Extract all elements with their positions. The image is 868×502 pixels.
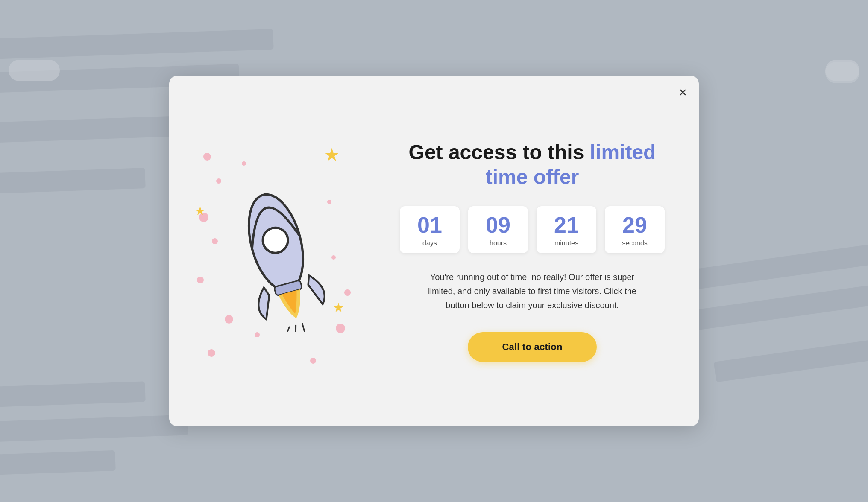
- rocket-container: ★ ★ ★: [191, 127, 353, 375]
- countdown-seconds-label: seconds: [622, 239, 648, 247]
- close-button[interactable]: ×: [679, 85, 687, 99]
- countdown-minutes-value: 21: [554, 214, 579, 236]
- countdown-minutes: 21 minutes: [537, 206, 596, 253]
- countdown-minutes-label: minutes: [554, 239, 578, 247]
- countdown-timer: 01 days 09 hours 21 minutes 29 seconds: [400, 206, 665, 253]
- svg-line-6: [302, 324, 305, 332]
- modal-title: Get access to this limited time offer: [400, 140, 665, 189]
- countdown-seconds: 29 seconds: [605, 206, 665, 253]
- side-element-left: [9, 60, 60, 81]
- countdown-seconds-value: 29: [622, 214, 647, 236]
- star-left: ★: [195, 204, 205, 218]
- title-text-part1: Get access to this: [409, 141, 590, 163]
- svg-line-4: [283, 327, 292, 332]
- countdown-hours: 09 hours: [468, 206, 528, 253]
- countdown-hours-label: hours: [490, 239, 507, 247]
- countdown-hours-value: 09: [486, 214, 510, 236]
- countdown-days: 01 days: [400, 206, 460, 253]
- svg-line-5: [293, 325, 299, 332]
- cta-button[interactable]: Call to action: [468, 332, 596, 362]
- modal-content: Get access to this limited time offer 01…: [374, 76, 699, 426]
- countdown-days-label: days: [422, 239, 437, 247]
- countdown-days-value: 01: [417, 214, 442, 236]
- modal-description: You're running out of time, no really! O…: [417, 270, 648, 312]
- rocket-illustration: [216, 153, 336, 332]
- side-element-right-toggle: [825, 62, 859, 83]
- modal-illustration: ★ ★ ★: [169, 76, 374, 426]
- modal: × ★ ★ ★: [169, 76, 699, 426]
